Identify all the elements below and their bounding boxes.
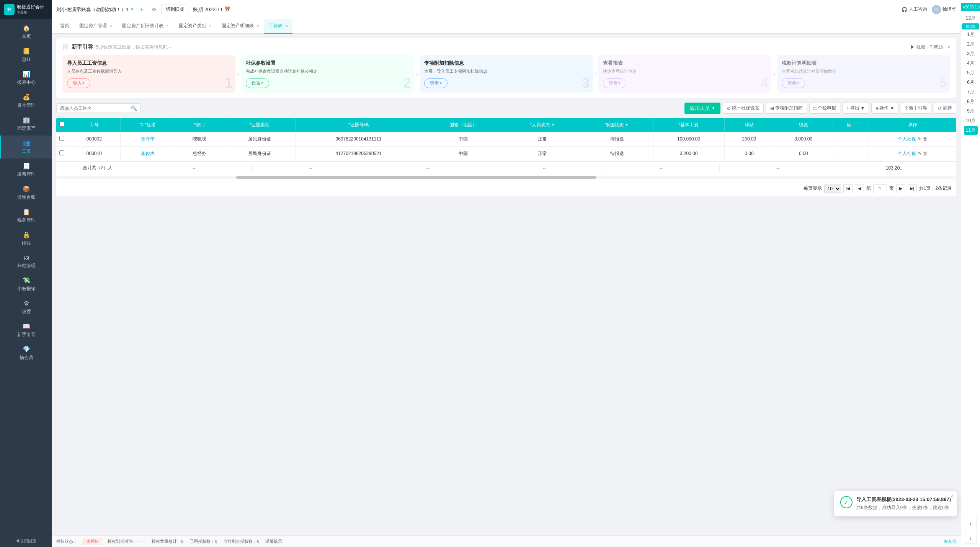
sidebar-item-expense[interactable]: 💸 小畅报销 [0, 273, 52, 296]
guide-btn[interactable]: ? 新手引导 [901, 103, 931, 114]
sidebar-item-ledger[interactable]: 📒 总账 [0, 44, 52, 67]
month-item-5[interactable]: 5月 [964, 69, 978, 77]
horizontal-scrollbar[interactable] [56, 176, 956, 179]
tab-fixed-assets[interactable]: 固定资产管理 × [75, 19, 117, 34]
search-input[interactable] [60, 106, 129, 111]
first-page-btn[interactable]: |◀ [843, 184, 853, 193]
row2-delete-btn[interactable]: 🗑 [923, 151, 928, 156]
row2-checkbox-cell [56, 146, 68, 161]
month-item-10[interactable]: 10月 [964, 116, 978, 125]
tab-fixed-assets-close[interactable]: × [110, 24, 112, 28]
table-row: 000002 徐泽华 嗯嗯嗯 居民身份证 360782200104131111 … [56, 132, 956, 147]
row1-edit-btn[interactable]: ✎ [918, 136, 921, 142]
guide-step-3: 专项附加扣除信息 查看、导入员工专项附加扣除信息 查看> 3 [420, 55, 593, 93]
sidebar-item-guide[interactable]: 📖 新手引导 [0, 319, 52, 342]
toast-close-btn[interactable]: × [951, 494, 953, 499]
step-3-btn[interactable]: 查看> [424, 78, 448, 88]
tax-declaration-btn[interactable]: □ 个税申报 [809, 103, 840, 114]
month-item-8[interactable]: 8月 [964, 97, 978, 106]
step-4-btn[interactable]: 查看> [603, 78, 626, 88]
tab-detail[interactable]: 固定资产明细账 × [217, 19, 264, 34]
guide-actions: ▶ 视频 ? 帮助 × [910, 44, 950, 51]
month-item-4[interactable]: 4月 [964, 59, 978, 68]
special-deduction-btn[interactable]: ⊞ 专项附加扣除 [766, 103, 807, 114]
fixed-assets-icon: 🏢 [23, 116, 30, 124]
year-item-2023[interactable]: 2023 [962, 23, 979, 29]
per-page-select[interactable]: 10 20 50 [824, 185, 841, 193]
total-records: 共1页，2条记录 [919, 185, 952, 192]
page-input[interactable] [873, 184, 887, 193]
row1-checkbox[interactable] [59, 136, 64, 141]
step-2-btn[interactable]: 设置> [246, 78, 269, 88]
tab-category-close[interactable]: × [209, 24, 212, 28]
step-arrow-1: › [235, 69, 241, 78]
month-item-1[interactable]: 1月 [964, 30, 978, 39]
sidebar-item-home[interactable]: 🏠 首页 [0, 21, 52, 44]
row2-social-insurance-link[interactable]: 个人社保 [898, 150, 916, 157]
sidebar-item-fixed-assets[interactable]: 🏢 固定资产 [0, 113, 52, 136]
row2-checkbox[interactable] [59, 150, 64, 155]
month-item-12[interactable]: 12月 [964, 14, 978, 23]
row2-name-link[interactable]: 李俊杰 [141, 151, 155, 156]
refresh-btn[interactable]: ↺ 刷新 [934, 103, 956, 114]
guide-help-btn[interactable]: ? 帮助 [930, 44, 943, 51]
social-insurance-btn[interactable]: ⊙ 统一社保设置 [723, 103, 764, 114]
month-item-9[interactable]: 9月 [964, 107, 978, 116]
sidebar-item-payroll[interactable]: 👥 工资 [0, 136, 52, 158]
add-person-btn[interactable]: 添加人员 ▼ [684, 103, 720, 114]
operations-btn[interactable]: ≡ 操作 ▼ [871, 103, 898, 114]
guide-close-btn[interactable]: × [947, 44, 950, 50]
cancel-fixed-btn[interactable]: ◀取消固定 [0, 535, 52, 547]
col-submit-status: 报送状态 ▼ [581, 118, 653, 132]
prev-page-btn[interactable]: ◀ [855, 184, 864, 193]
guide-video-btn[interactable]: ▶ 视频 [910, 44, 925, 51]
switch-version-btn[interactable]: 切到旧版 [162, 5, 188, 14]
tab-payroll-close[interactable]: × [286, 24, 288, 28]
sidebar-item-funds[interactable]: 💰 资金管理 [0, 90, 52, 113]
tab-depreciation-close[interactable]: × [167, 24, 169, 28]
tab-depreciation[interactable]: 固定资产折旧统计表 × [118, 19, 173, 34]
select-all-checkbox[interactable] [59, 122, 64, 127]
sidebar-item-invoicing[interactable]: 🧾 发票管理 [0, 158, 52, 181]
tab-payroll[interactable]: 工资表 × [264, 19, 292, 34]
row1-social-insurance-link[interactable]: 个人社保 [898, 136, 916, 142]
col-performance: 绩效 [774, 118, 833, 132]
sidebar-item-settings[interactable]: ⚙ 设置 [0, 296, 52, 319]
service-btn[interactable]: 🎧 人工咨询 [902, 6, 927, 13]
month-item-7[interactable]: 7月 [964, 88, 978, 96]
footer-cell-1: -- [136, 165, 253, 171]
month-item-3[interactable]: 3月 [964, 49, 978, 58]
account-selector[interactable]: 刘小艳演示账套（勿删勿动！）1 ▼ [56, 6, 134, 13]
sidebar-item-tax[interactable]: 📋 税务管理 [0, 204, 52, 227]
tab-detail-close[interactable]: × [257, 24, 259, 28]
month-item-6[interactable]: 6月 [964, 78, 978, 87]
account-name: 刘小艳演示账套（勿删勿动！）1 [56, 6, 129, 13]
panel-up-btn[interactable]: ↑ [965, 518, 977, 530]
sidebar-item-reports[interactable]: 📊 报表中心 [0, 67, 52, 90]
page-label: 第 [866, 185, 871, 192]
sidebar-item-close[interactable]: 🔒 结账 [0, 227, 52, 250]
next-page-btn[interactable]: ▶ [896, 184, 905, 193]
month-item-11[interactable]: 11月 [964, 126, 978, 135]
month-item-2[interactable]: 2月 [964, 40, 978, 49]
tab-home[interactable]: 首页 [56, 19, 74, 34]
tab-category[interactable]: 固定资产类别 × [174, 19, 216, 34]
topbar-right: 🎧 人工咨询 徐 徐泽华 [902, 5, 956, 14]
status-filter-icon[interactable]: ▼ [551, 123, 555, 127]
last-page-btn[interactable]: ▶| [908, 184, 917, 193]
row2-edit-btn[interactable]: ✎ [918, 151, 921, 156]
row1-name-link[interactable]: 徐泽华 [141, 136, 155, 142]
step-1-btn[interactable]: 导入> [67, 78, 90, 88]
export-btn[interactable]: ↑ 导出 ▼ [843, 103, 869, 114]
settings-btn[interactable]: ⚙ [149, 5, 158, 14]
sidebar-item-inventory[interactable]: 📦 进销台账 [0, 181, 52, 204]
add-account-btn[interactable]: + [137, 5, 146, 14]
sidebar-item-member[interactable]: 💎 畅会员 [0, 342, 52, 365]
step-5-btn[interactable]: 查看> [782, 78, 805, 88]
sidebar-item-archive[interactable]: 🗂 归档管理 [0, 250, 52, 273]
calendar-icon[interactable]: 📅 [224, 7, 230, 12]
row1-delete-btn[interactable]: 🗑 [923, 136, 928, 142]
recharge-link[interactable]: 去充值 [944, 539, 956, 544]
submit-filter-icon[interactable]: ▼ [625, 123, 629, 127]
panel-down-btn[interactable]: ↓ [965, 532, 977, 544]
